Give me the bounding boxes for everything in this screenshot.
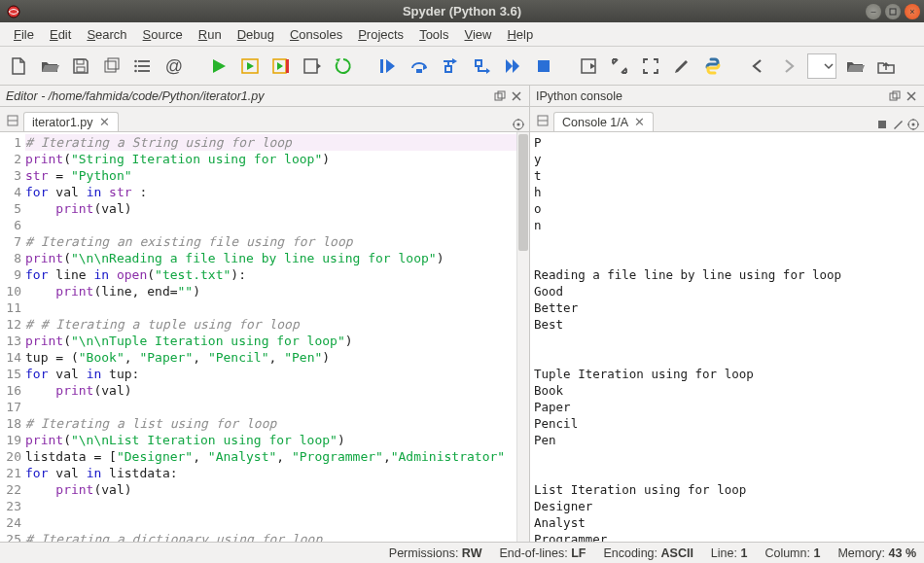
tab-close-icon[interactable]: ✕	[634, 115, 645, 129]
svg-rect-16	[380, 59, 383, 73]
run-cell-button[interactable]	[237, 53, 263, 79]
toolbar: @	[0, 47, 924, 86]
debug-step-in-button[interactable]	[438, 53, 463, 79]
cwd-dropdown[interactable]	[807, 53, 836, 79]
kernel-button[interactable]	[576, 53, 601, 79]
svg-point-11	[134, 69, 137, 72]
console-stop-icon[interactable]	[875, 118, 889, 131]
file-switch-icon[interactable]	[4, 110, 21, 131]
debug-continue-button[interactable]	[500, 53, 525, 79]
console-output[interactable]: P y t h o n Reading a file line by line …	[530, 132, 924, 542]
tab-close-icon[interactable]: ✕	[99, 115, 110, 129]
editor-options-icon[interactable]	[512, 118, 525, 131]
editor-pane: Editor - /home/fahmida/code/Python/itera…	[0, 86, 530, 542]
console-tab[interactable]: Console 1/A ✕	[553, 112, 654, 131]
menu-debug[interactable]: Debug	[230, 25, 282, 44]
console-switch-icon[interactable]	[534, 110, 551, 131]
svg-rect-15	[304, 59, 317, 73]
menu-run[interactable]: Run	[191, 25, 230, 44]
debug-step-out-button[interactable]	[469, 53, 494, 79]
app-icon	[6, 4, 21, 19]
svg-rect-20	[476, 60, 481, 66]
list-icon[interactable]	[130, 53, 156, 79]
menu-source[interactable]: Source	[135, 25, 191, 44]
svg-rect-5	[108, 58, 119, 69]
editor-scrollbar[interactable]	[516, 132, 529, 542]
console-clear-icon[interactable]	[891, 118, 905, 131]
pane-undock-icon[interactable]	[493, 89, 507, 103]
rerun-button[interactable]	[331, 53, 356, 79]
svg-rect-17	[416, 69, 422, 73]
editor-tab[interactable]: iterator1.py ✕	[23, 112, 119, 131]
fullscreen-button[interactable]	[638, 53, 663, 79]
forward-button[interactable]	[776, 53, 801, 79]
svg-rect-18	[445, 66, 451, 72]
save-file-button[interactable]	[68, 53, 93, 79]
svg-point-9	[134, 59, 137, 62]
svg-rect-3	[77, 67, 85, 72]
browse-cwd-button[interactable]	[842, 53, 868, 79]
statusbar: Permissions: RW End-of-lines: LF Encodin…	[0, 542, 924, 563]
new-file-button[interactable]	[6, 53, 31, 79]
svg-rect-1	[890, 9, 896, 15]
menu-tools[interactable]: Tools	[411, 25, 456, 44]
svg-rect-21	[538, 60, 550, 72]
menu-view[interactable]: View	[456, 25, 499, 44]
menu-edit[interactable]: Edit	[42, 25, 79, 44]
menu-file[interactable]: File	[6, 25, 42, 44]
preferences-button[interactable]	[669, 53, 694, 79]
open-file-button[interactable]	[37, 53, 62, 79]
pane-close-icon[interactable]	[510, 89, 523, 103]
window-title: Spyder (Python 3.6)	[0, 4, 924, 18]
svg-point-10	[134, 64, 137, 67]
code-editor[interactable]: 1 2 3 4 5 6 7 8 9 10 11 12 13 14 15 16 1…	[0, 132, 529, 542]
svg-rect-37	[878, 121, 886, 128]
console-tab-label: Console 1/A	[562, 116, 628, 129]
run-selection-button[interactable]	[300, 53, 325, 79]
svg-point-0	[8, 6, 19, 18]
maximize-pane-button[interactable]	[607, 53, 632, 79]
menubar: FileEditSearchSourceRunDebugConsolesProj…	[0, 22, 924, 47]
svg-text:@: @	[165, 56, 183, 76]
parent-dir-button[interactable]	[873, 53, 899, 79]
close-button[interactable]: ×	[905, 4, 920, 19]
run-cell-advance-button[interactable]	[268, 53, 294, 79]
menu-help[interactable]: Help	[499, 25, 541, 44]
console-pane: IPython console Console 1/A ✕ P y t h o …	[530, 86, 924, 542]
save-all-button[interactable]	[99, 53, 124, 79]
pane-close-icon[interactable]	[905, 89, 918, 103]
menu-projects[interactable]: Projects	[350, 25, 411, 44]
editor-tab-label: iterator1.py	[32, 116, 93, 129]
back-button[interactable]	[745, 53, 770, 79]
debug-step-over-button[interactable]	[407, 53, 432, 79]
python-path-button[interactable]	[700, 53, 726, 79]
at-icon[interactable]: @	[161, 53, 187, 79]
editor-title: Editor - /home/fahmida/code/Python/itera…	[6, 89, 493, 103]
run-button[interactable]	[206, 53, 231, 79]
menu-search[interactable]: Search	[79, 25, 134, 44]
maximize-button[interactable]	[885, 4, 901, 19]
svg-point-28	[517, 123, 520, 126]
console-options-icon[interactable]	[906, 118, 920, 131]
svg-rect-4	[105, 61, 116, 72]
svg-point-39	[912, 123, 915, 126]
pane-undock-icon[interactable]	[888, 89, 902, 103]
console-title: IPython console	[536, 89, 888, 103]
minimize-button[interactable]: –	[866, 4, 881, 19]
debug-stop-button[interactable]	[531, 53, 556, 79]
debug-step-button[interactable]	[375, 53, 401, 79]
titlebar: Spyder (Python 3.6) – ×	[0, 0, 924, 22]
menu-consoles[interactable]: Consoles	[282, 25, 350, 44]
